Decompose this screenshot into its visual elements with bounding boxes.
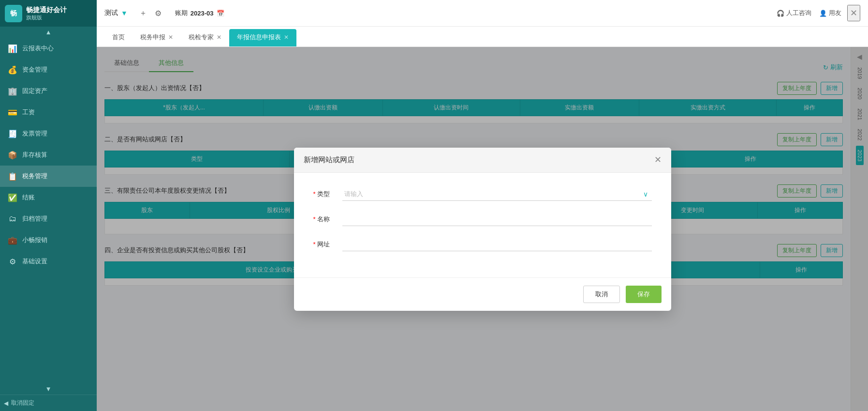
topbar: 测试 ▼ ＋ ⚙ 账期 2023-03 📅 🎧 人工咨询 👤 用友	[97, 0, 868, 27]
dialog-header: 新增网站或网店 ✕	[294, 148, 671, 173]
sidebar-header: 畅 畅捷通好会计 旗舰版	[0, 0, 97, 27]
tab-annual-report[interactable]: 年报信息申报表 ✕	[229, 29, 296, 46]
sidebar-item-fund-mgmt[interactable]: 💰 资金管理	[0, 59, 97, 80]
sidebar-item-basic-settings[interactable]: ⚙ 基础设置	[0, 251, 97, 272]
cancel-button[interactable]: 取消	[583, 286, 620, 303]
content-area: 基础信息 其他信息 ↻ 刷新 一、股东（发起人）出资情况【否】	[97, 47, 868, 411]
cloud-report-icon: 📊	[8, 44, 17, 53]
app-subtitle: 旗舰版	[26, 14, 67, 21]
tab-bar: 首页 税务申报 ✕ 税检专家 ✕ 年报信息申报表 ✕	[97, 27, 868, 47]
calendar-icon[interactable]: 📅	[217, 10, 224, 17]
dialog-body: * 类型 ∨ * 名称	[294, 173, 671, 277]
period-value: 2023-03	[191, 10, 214, 17]
sidebar-label-basic-settings: 基础设置	[22, 257, 47, 266]
tab-tax-expert[interactable]: 税检专家 ✕	[181, 29, 229, 46]
required-mark-name: *	[313, 215, 316, 223]
user-menu[interactable]: 👤 用友	[819, 9, 841, 17]
company-name: 测试	[104, 9, 118, 17]
fixed-assets-icon: 🏢	[8, 86, 17, 96]
tab-home[interactable]: 首页	[104, 29, 132, 46]
form-field-url: * 网址	[313, 238, 652, 251]
form-input-wrap-type: ∨	[342, 187, 652, 201]
topbar-close-button[interactable]: ✕	[847, 5, 860, 21]
add-button[interactable]: ＋	[137, 6, 149, 20]
fund-mgmt-icon: 💰	[8, 65, 17, 75]
app-logo: 畅	[5, 5, 22, 22]
app-title-block: 畅捷通好会计 旗舰版	[26, 5, 67, 21]
dialog-close-button[interactable]: ✕	[654, 155, 662, 164]
sidebar-label-fund-mgmt: 资金管理	[22, 65, 47, 74]
sidebar-item-cloud-report[interactable]: 📊 云报表中心	[0, 38, 97, 59]
headset-icon: 🎧	[777, 10, 784, 17]
user-label: 用友	[829, 9, 841, 17]
form-input-wrap-name	[342, 213, 652, 226]
form-field-name: * 名称	[313, 213, 652, 226]
sidebar-nav: 📊 云报表中心 💰 资金管理 🏢 固定资产 💳 工资 🧾 发票管理 📦	[0, 38, 97, 383]
sidebar-label-cloud-report: 云报表中心	[22, 44, 54, 53]
sidebar-label-tax: 税务管理	[22, 172, 47, 181]
tax-icon: 📋	[8, 171, 17, 181]
tab-annual-report-label: 年报信息申报表	[237, 33, 281, 42]
sidebar-footer[interactable]: ◀ 取消固定	[0, 395, 97, 411]
settings-button[interactable]: ⚙	[153, 7, 163, 20]
sidebar: 畅 畅捷通好会计 旗舰版 ▲ 📊 云报表中心 💰 资金管理 🏢 固定资产 💳	[0, 0, 97, 411]
archive-icon: 🗂	[8, 214, 17, 224]
sidebar-item-payroll[interactable]: 💳 工资	[0, 102, 97, 123]
unpin-icon: ◀	[4, 400, 8, 407]
period-label: 账期	[175, 9, 188, 17]
sidebar-item-fixed-assets[interactable]: 🏢 固定资产	[0, 80, 97, 102]
required-mark-type: *	[313, 190, 316, 198]
sidebar-scroll-up[interactable]: ▲	[0, 27, 97, 38]
tab-home-label: 首页	[112, 33, 125, 42]
tab-tax-expert-close[interactable]: ✕	[217, 34, 221, 41]
save-button[interactable]: 保存	[626, 286, 662, 303]
sidebar-item-inventory[interactable]: 📦 库存核算	[0, 144, 97, 166]
sidebar-item-tax[interactable]: 📋 税务管理	[0, 166, 97, 187]
dialog-footer: 取消 保存	[294, 277, 671, 311]
period-display: 账期 2023-03 📅	[175, 9, 224, 17]
unpin-label: 取消固定	[11, 399, 34, 407]
tab-tax-report-label: 税务申报	[140, 33, 165, 42]
inventory-icon: 📦	[8, 150, 17, 160]
sidebar-item-invoice[interactable]: 🧾 发票管理	[0, 123, 97, 144]
settle-icon: ✅	[8, 193, 17, 202]
service-button[interactable]: 🎧 人工咨询	[777, 9, 811, 17]
sidebar-label-fixed-assets: 固定资产	[22, 87, 47, 95]
name-input[interactable]	[342, 213, 652, 226]
sidebar-item-archive[interactable]: 🗂 归档管理	[0, 208, 97, 229]
topbar-right: 🎧 人工咨询 👤 用友	[777, 9, 841, 17]
app-title: 畅捷通好会计	[26, 5, 67, 14]
main-area: 测试 ▼ ＋ ⚙ 账期 2023-03 📅 🎧 人工咨询 👤 用友	[97, 0, 868, 411]
tab-tax-report[interactable]: 税务申报 ✕	[132, 29, 181, 46]
basic-settings-icon: ⚙	[8, 257, 17, 266]
type-dropdown-icon[interactable]: ∨	[643, 190, 648, 198]
sidebar-label-settle: 结账	[22, 193, 35, 202]
url-input[interactable]	[342, 238, 652, 251]
company-selector[interactable]: 测试 ▼	[104, 9, 128, 17]
dialog-title: 新增网站或网店	[304, 155, 354, 165]
sidebar-label-invoice: 发票管理	[22, 129, 47, 138]
user-icon: 👤	[819, 10, 827, 17]
company-dropdown-icon: ▼	[121, 9, 128, 17]
sidebar-scroll-down[interactable]: ▼	[0, 383, 97, 395]
type-input[interactable]	[342, 187, 652, 201]
form-label-type: * 类型	[313, 190, 342, 198]
sidebar-label-xiao-report: 小畅报销	[22, 236, 47, 244]
sidebar-label-payroll: 工资	[22, 108, 35, 117]
form-input-wrap-url	[342, 238, 652, 251]
form-label-name: * 名称	[313, 215, 342, 224]
sidebar-item-settle[interactable]: ✅ 结账	[0, 187, 97, 208]
tab-annual-report-close[interactable]: ✕	[284, 34, 289, 41]
service-label: 人工咨询	[786, 9, 811, 17]
sidebar-item-xiao-report[interactable]: 💼 小畅报销	[0, 229, 97, 251]
sidebar-label-inventory: 库存核算	[22, 151, 47, 159]
dialog-overlay: 新增网站或网店 ✕ * 类型 ∨	[97, 47, 868, 411]
tab-tax-expert-label: 税检专家	[189, 33, 214, 42]
form-label-url: * 网址	[313, 240, 342, 249]
sidebar-label-archive: 归档管理	[22, 214, 47, 223]
required-mark-url: *	[313, 241, 316, 248]
dialog: 新增网站或网店 ✕ * 类型 ∨	[294, 148, 671, 311]
invoice-icon: 🧾	[8, 129, 17, 138]
form-field-type: * 类型 ∨	[313, 187, 652, 201]
tab-tax-report-close[interactable]: ✕	[168, 34, 173, 41]
